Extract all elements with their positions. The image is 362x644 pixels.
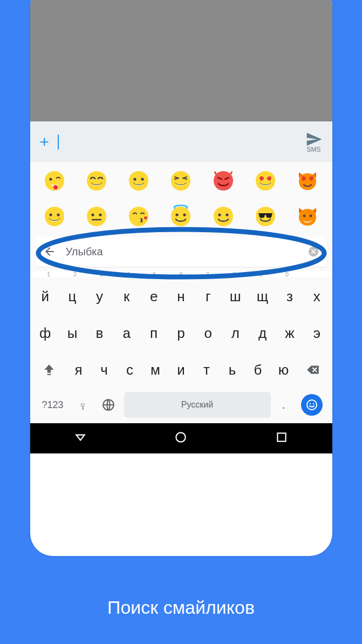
svg-rect-23	[278, 433, 286, 441]
key-э[interactable]: э	[304, 316, 330, 350]
emoji-tongue[interactable]	[38, 166, 71, 195]
key-д[interactable]: д	[249, 316, 275, 350]
search-input[interactable]: Улыбка	[66, 246, 308, 258]
compose-bar: + SMS	[30, 121, 332, 162]
emoji-halo[interactable]	[165, 202, 197, 231]
hint: 0	[274, 271, 300, 277]
emoji-neutral[interactable]	[80, 202, 113, 231]
emoji-squint-laugh[interactable]	[165, 166, 197, 195]
hint: 4	[115, 271, 141, 277]
phone-frame: + SMS Улыбка 1234567890	[30, 0, 332, 556]
hint: 6	[168, 271, 194, 277]
svg-point-14	[310, 215, 312, 218]
back-button[interactable]	[43, 245, 56, 258]
key-ь[interactable]: ь	[220, 353, 245, 387]
key-с[interactable]: с	[118, 353, 142, 387]
circle-icon	[174, 430, 188, 444]
svg-point-1	[134, 178, 136, 180]
language-key[interactable]	[96, 398, 121, 412]
svg-point-22	[176, 432, 186, 442]
svg-point-4	[57, 213, 59, 216]
key-ю[interactable]: ю	[271, 353, 296, 387]
key-х[interactable]: х	[304, 280, 330, 313]
key-з[interactable]: з	[277, 280, 303, 313]
hint: 1	[36, 271, 62, 277]
key-м[interactable]: м	[143, 353, 168, 387]
clear-button[interactable]	[308, 246, 319, 257]
key-в[interactable]: в	[86, 316, 112, 350]
key-б[interactable]: б	[245, 353, 270, 387]
key-у[interactable]: у	[86, 280, 112, 313]
emoji-laugh[interactable]	[80, 166, 113, 195]
svg-point-0	[49, 178, 52, 180]
emoji-cat-heart[interactable]	[291, 166, 324, 195]
shift-icon	[42, 363, 56, 377]
attach-button[interactable]: +	[40, 133, 50, 151]
square-icon	[275, 430, 289, 444]
hint: 9	[247, 271, 274, 277]
backspace-icon	[306, 363, 320, 377]
key-а[interactable]: а	[114, 316, 140, 350]
emoji-heart-eyes[interactable]	[249, 166, 282, 195]
nav-recents[interactable]	[275, 430, 289, 446]
key-р[interactable]: р	[168, 316, 194, 350]
emoji-devil[interactable]	[207, 166, 240, 195]
emoji-cat-grin[interactable]	[291, 202, 324, 231]
key-к[interactable]: к	[114, 280, 140, 313]
key-ф[interactable]: ф	[32, 316, 58, 350]
svg-point-13	[303, 215, 306, 218]
comma-key[interactable]: ☺ ,	[73, 399, 93, 411]
key-л[interactable]: л	[222, 316, 248, 350]
key-ц[interactable]: ц	[59, 280, 85, 313]
hint: 5	[141, 271, 168, 277]
emoji-search-bar: Улыбка	[36, 236, 327, 267]
key-ш[interactable]: ш	[222, 280, 248, 313]
arrow-left-icon	[43, 245, 56, 258]
key-г[interactable]: г	[195, 280, 221, 313]
key-щ[interactable]: щ	[249, 280, 275, 313]
emoji-hint-icon: ☺	[79, 401, 86, 409]
hint: 7	[194, 271, 221, 277]
key-о[interactable]: о	[195, 316, 221, 350]
svg-point-5	[91, 213, 94, 216]
key-ж[interactable]: ж	[277, 316, 303, 350]
hint: 3	[88, 271, 115, 277]
shift-key[interactable]	[33, 353, 65, 387]
smile-icon	[305, 398, 318, 411]
backspace-key[interactable]	[297, 353, 329, 387]
emoji-smile2[interactable]	[207, 202, 240, 231]
key-е[interactable]: е	[141, 280, 167, 313]
svg-point-10	[183, 213, 186, 216]
emoji-grin[interactable]	[38, 202, 71, 231]
emoji-smile[interactable]	[122, 166, 155, 195]
period-key[interactable]: .	[274, 398, 293, 412]
send-button[interactable]: SMS	[305, 131, 323, 153]
hint: 8	[221, 271, 247, 277]
key-й[interactable]: й	[32, 280, 58, 313]
svg-point-12	[226, 213, 228, 216]
space-key[interactable]: Русский	[124, 392, 271, 418]
android-navbar	[30, 423, 332, 453]
key-ы[interactable]: ы	[59, 316, 85, 350]
globe-icon	[101, 398, 115, 412]
svg-point-20	[309, 403, 310, 404]
svg-point-6	[99, 213, 101, 216]
promo-caption: Поиск смайликов	[0, 597, 362, 618]
svg-point-9	[176, 213, 179, 216]
close-circle-icon	[308, 246, 319, 257]
key-и[interactable]: и	[169, 353, 194, 387]
emoji-toggle-key[interactable]	[297, 394, 327, 416]
emoji-sunglasses[interactable]	[249, 202, 282, 231]
key-н[interactable]: н	[168, 280, 194, 313]
nav-back[interactable]	[73, 430, 87, 446]
key-ч[interactable]: ч	[92, 353, 117, 387]
nav-home[interactable]	[174, 430, 188, 446]
svg-point-2	[141, 178, 144, 180]
key-п[interactable]: п	[141, 316, 167, 350]
emoji-kiss[interactable]	[122, 202, 155, 231]
symbols-key[interactable]: ?123	[36, 390, 70, 420]
svg-point-11	[218, 213, 221, 216]
text-cursor[interactable]	[58, 134, 59, 150]
key-т[interactable]: т	[194, 353, 219, 387]
key-я[interactable]: я	[66, 353, 91, 387]
